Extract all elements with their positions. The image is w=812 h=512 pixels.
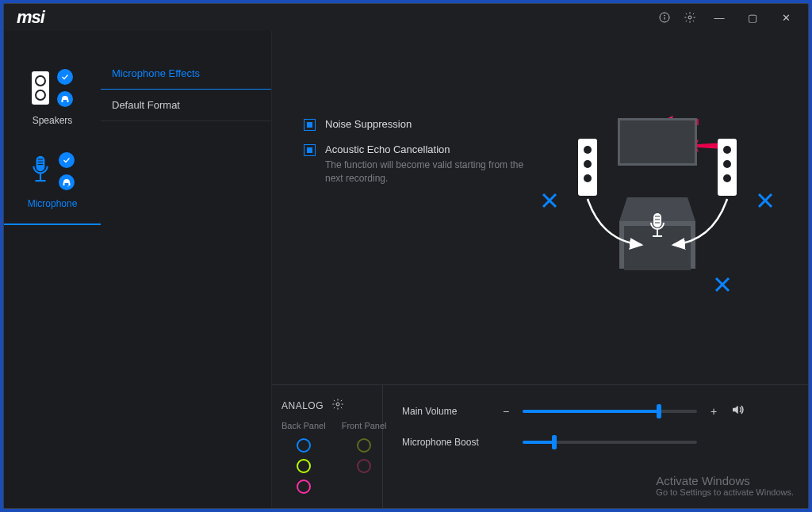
main-volume-row: Main Volume − + — [402, 403, 789, 420]
jack-front-0[interactable] — [357, 438, 371, 453]
headphone-badge — [57, 91, 73, 107]
check-badge — [57, 69, 73, 85]
effects-content: Noise Suppression Acoustic Echo Cancella… — [272, 31, 808, 384]
watermark-title: Activate Windows — [656, 474, 794, 487]
svg-rect-8 — [36, 180, 46, 181]
slider-label: Main Volume — [402, 406, 489, 417]
svg-rect-7 — [40, 173, 41, 180]
maximize-button[interactable]: ▢ — [737, 6, 768, 29]
svg-point-33 — [723, 174, 731, 182]
menu-column: Microphone Effects Default Format — [101, 31, 271, 508]
sidebar: Speakers Microphone Mi — [4, 31, 272, 508]
minimize-button[interactable]: — — [703, 6, 735, 29]
main-volume-slider[interactable] — [523, 410, 697, 413]
svg-rect-13 — [69, 183, 71, 186]
windows-activation-watermark: Activate Windows Go to Settings to activ… — [656, 474, 794, 497]
slider-fill — [523, 410, 659, 413]
device-microphone[interactable]: Microphone — [4, 141, 101, 225]
titlebar-actions: — ▢ ✕ — [653, 6, 802, 29]
device-label: Microphone — [28, 198, 78, 209]
slider-thumb[interactable] — [552, 435, 557, 449]
svg-point-31 — [723, 146, 731, 154]
svg-rect-25 — [653, 235, 662, 237]
jack-back-0[interactable] — [297, 438, 311, 453]
svg-point-41 — [336, 403, 339, 406]
app-window: msi — ▢ ✕ — [3, 3, 809, 509]
back-panel-label: Back Panel — [282, 421, 326, 430]
slider-fill — [523, 441, 554, 444]
noise-suppression-checkbox[interactable] — [304, 119, 316, 131]
svg-point-28 — [584, 146, 592, 154]
volume-decrease-button[interactable]: − — [500, 405, 511, 418]
jack-back-1[interactable] — [297, 459, 311, 473]
gear-icon[interactable] — [678, 6, 702, 29]
svg-rect-12 — [63, 183, 65, 186]
echo-cancellation-checkbox[interactable] — [304, 144, 316, 156]
svg-rect-17 — [620, 120, 695, 163]
option-label: Noise Suppression — [325, 118, 412, 130]
info-icon[interactable] — [653, 6, 676, 29]
analog-title: ANALOG — [282, 400, 324, 411]
main-panel: Noise Suppression Acoustic Echo Cancella… — [272, 31, 808, 508]
svg-rect-4 — [62, 100, 63, 103]
check-badge — [59, 152, 75, 168]
analog-panel: ANALOG Back Panel Front P — [272, 385, 383, 508]
front-panel-label: Front Panel — [342, 421, 387, 430]
mic-boost-row: Microphone Boost − — [402, 436, 789, 449]
brand-logo: msi — [17, 7, 44, 28]
device-column: Speakers Microphone — [4, 31, 101, 508]
jack-front-1[interactable] — [357, 459, 371, 473]
titlebar: msi — ▢ ✕ — [4, 4, 808, 31]
volume-increase-button[interactable]: + — [708, 405, 719, 418]
option-note: The function will become valid starting … — [325, 159, 531, 185]
svg-point-2 — [665, 15, 665, 16]
slider-label: Microphone Boost — [402, 437, 489, 448]
svg-point-29 — [584, 160, 592, 168]
option-label: Acoustic Echo Cancellation — [325, 143, 531, 155]
svg-point-3 — [688, 16, 691, 19]
menu-microphone-effects[interactable]: Microphone Effects — [101, 58, 271, 90]
mic-boost-slider[interactable] — [523, 441, 697, 444]
device-label: Speakers — [33, 115, 73, 126]
echo-diagram — [530, 102, 784, 316]
svg-rect-6 — [36, 156, 45, 172]
svg-point-32 — [723, 160, 731, 168]
volume-icon[interactable] — [730, 403, 745, 420]
close-button[interactable]: ✕ — [770, 6, 802, 29]
menu-default-format[interactable]: Default Format — [101, 90, 271, 121]
gear-icon[interactable] — [331, 398, 344, 413]
device-speakers[interactable]: Speakers — [4, 58, 101, 141]
footer: ANALOG Back Panel Front P — [272, 384, 808, 508]
slider-thumb[interactable] — [657, 404, 661, 418]
svg-rect-24 — [657, 229, 658, 235]
svg-rect-5 — [67, 100, 69, 103]
watermark-subtitle: Go to Settings to activate Windows. — [656, 487, 794, 497]
svg-rect-20 — [653, 213, 661, 227]
svg-point-30 — [584, 174, 592, 182]
speaker-icon — [32, 71, 49, 105]
headset-mic-badge — [59, 174, 75, 190]
microphone-icon — [30, 154, 51, 189]
jack-back-2[interactable] — [297, 480, 311, 494]
